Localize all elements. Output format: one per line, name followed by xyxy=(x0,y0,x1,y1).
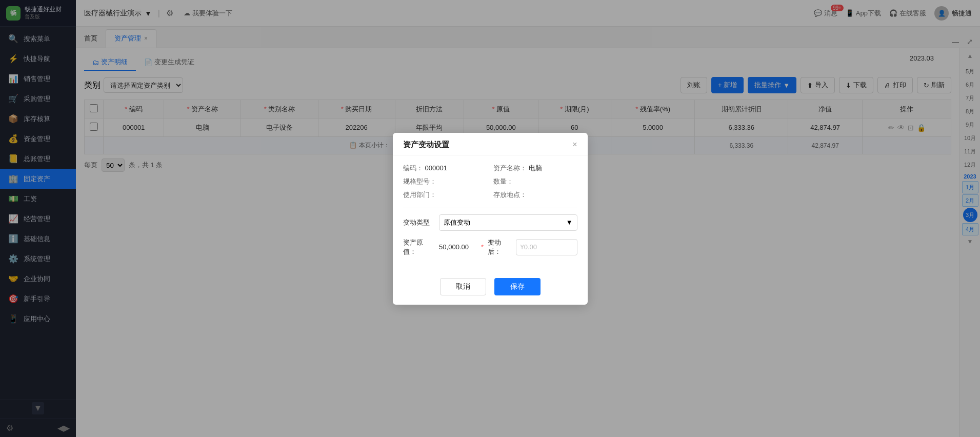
modal-asset-name-field: 资产名称： 电脑 xyxy=(493,164,577,173)
modal-overlay[interactable]: 资产变动设置 × 编码： 000001 资产名称： 电脑 规格型号： 数量： xyxy=(0,0,980,437)
modal-asset-value-row: 资产原值： 50,000.00 * 变动后： xyxy=(403,238,577,256)
modal-after-input[interactable] xyxy=(516,239,577,255)
modal-save-btn[interactable]: 保存 xyxy=(494,278,541,295)
modal-quantity-label: 数量： xyxy=(493,177,513,186)
modal-quantity-field: 数量： xyxy=(493,177,577,186)
modal-department-field: 使用部门： xyxy=(403,190,487,200)
modal-code-field: 编码： 000001 xyxy=(403,164,487,173)
modal-location-label: 存放地点： xyxy=(493,190,527,200)
modal-info-grid: 编码： 000001 资产名称： 电脑 规格型号： 数量： 使用部门： xyxy=(403,164,577,200)
modal-change-type-label: 变动类型 xyxy=(403,218,439,227)
modal-title: 资产变动设置 xyxy=(403,140,449,150)
modal-code-value: 000001 xyxy=(425,164,447,172)
asset-change-modal: 资产变动设置 × 编码： 000001 资产名称： 电脑 规格型号： 数量： xyxy=(393,133,588,305)
modal-spec-field: 规格型号： xyxy=(403,177,487,186)
modal-change-type-select[interactable]: 原值变动 ▼ xyxy=(439,214,577,231)
modal-change-type-row: 变动类型 原值变动 ▼ xyxy=(403,214,577,231)
modal-location-field: 存放地点： xyxy=(493,190,577,200)
modal-change-type-dropdown-icon: ▼ xyxy=(566,218,573,226)
modal-name-label: 资产名称： xyxy=(493,164,527,173)
modal-header: 资产变动设置 × xyxy=(393,133,588,155)
modal-required-mark: * xyxy=(481,243,484,251)
modal-name-value: 电脑 xyxy=(529,164,542,173)
modal-department-label: 使用部门： xyxy=(403,190,436,200)
modal-spec-label: 规格型号： xyxy=(403,177,436,186)
modal-asset-value: 50,000.00 xyxy=(439,243,469,251)
modal-footer: 取消 保存 xyxy=(393,272,588,305)
modal-asset-value-label: 资产原值： xyxy=(403,238,435,256)
modal-close-btn[interactable]: × xyxy=(572,140,577,149)
modal-code-label: 编码： xyxy=(403,164,423,173)
modal-cancel-btn[interactable]: 取消 xyxy=(440,278,486,295)
modal-change-type-value: 原值变动 xyxy=(444,218,470,227)
modal-body: 编码： 000001 资产名称： 电脑 规格型号： 数量： 使用部门： xyxy=(393,155,588,272)
modal-divider xyxy=(403,208,577,208)
modal-after-label: 变动后： xyxy=(488,238,512,256)
